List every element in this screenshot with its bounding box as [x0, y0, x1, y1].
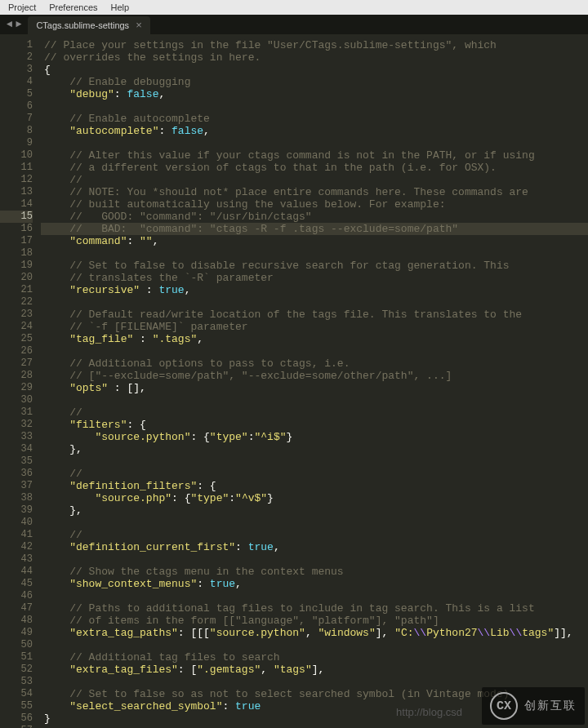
code-line[interactable]: "autocomplete": false, [41, 125, 588, 137]
line-number: 51 [0, 651, 33, 664]
code-line[interactable]: "extra_tag_files": [".gemtags", "tags"], [41, 664, 588, 676]
line-number: 23 [0, 309, 33, 321]
line-number: 44 [0, 566, 33, 578]
menu-preferences[interactable]: Preferences [42, 2, 104, 12]
menubar[interactable]: Project Preferences Help [0, 0, 588, 15]
line-number: 50 [0, 639, 33, 651]
line-number: 6 [0, 100, 33, 113]
line-number: 25 [0, 333, 33, 345]
code-line[interactable]: // [41, 468, 588, 480]
code-line[interactable]: // Paths to additional tag files to incl… [41, 602, 588, 615]
code-line[interactable]: // built automatically using the values … [41, 198, 588, 211]
nav-forward-icon[interactable]: ► [16, 19, 21, 30]
menu-help[interactable]: Help [105, 2, 136, 12]
tab-bar: CTags.sublime-settings × [28, 15, 149, 34]
line-number: 47 [0, 602, 33, 615]
line-number: 17 [0, 235, 33, 247]
code-line[interactable]: // [41, 529, 588, 541]
code-line[interactable]: // of items in the form [["language", "p… [41, 615, 588, 627]
line-number: 1 [0, 39, 33, 51]
code-line[interactable] [41, 345, 588, 357]
code-line[interactable]: // ["--exclude=some/path", "--exclude=so… [41, 370, 588, 382]
code-line[interactable] [41, 296, 588, 309]
editor[interactable]: 1234567891011121314151617181920212223242… [0, 34, 588, 728]
code-line[interactable]: "definition_filters": { [41, 480, 588, 492]
code-line[interactable]: // GOOD: "command": "/usr/bin/ctags" [41, 211, 588, 223]
code-line[interactable] [41, 639, 588, 651]
code-line[interactable]: // Place your settings in the file "User… [41, 39, 588, 51]
code-line[interactable] [41, 247, 588, 260]
line-number: 8 [0, 125, 33, 137]
code-line[interactable]: // Additional tag files to search [41, 651, 588, 664]
code-line[interactable]: // [41, 406, 588, 419]
line-number: 48 [0, 615, 33, 627]
code-line[interactable]: // overrides the settings in here. [41, 51, 588, 64]
line-number: 28 [0, 370, 33, 382]
line-number: 5 [0, 88, 33, 100]
line-number: 33 [0, 431, 33, 443]
code-line[interactable]: "definition_current_first": true, [41, 541, 588, 553]
code-line[interactable]: "command": "", [41, 235, 588, 247]
code-line[interactable] [41, 137, 588, 149]
code-line[interactable]: // NOTE: You *should not* place entire c… [41, 186, 588, 198]
code-line[interactable]: // Show the ctags menu in the context me… [41, 566, 588, 578]
line-number: 35 [0, 455, 33, 468]
code-line[interactable]: // Set to false to disable recursive sea… [41, 260, 588, 272]
code-line[interactable]: "tag_file" : ".tags", [41, 333, 588, 345]
code-line[interactable] [41, 100, 588, 113]
line-number: 29 [0, 382, 33, 394]
code-line[interactable]: // Additional options to pass to ctags, … [41, 357, 588, 370]
code-line[interactable]: "extra_tag_paths": [[["source.python", "… [41, 627, 588, 639]
code-line[interactable]: // translates the `-R` parameter [41, 272, 588, 284]
line-number: 16 [0, 223, 33, 235]
line-number: 24 [0, 321, 33, 333]
nav-back-icon[interactable]: ◄ [7, 19, 12, 30]
code-line[interactable]: // Enable debugging [41, 76, 588, 88]
code-line[interactable] [41, 455, 588, 468]
code-line[interactable]: // Enable autocomplete [41, 113, 588, 125]
line-number: 42 [0, 541, 33, 553]
close-icon[interactable]: × [136, 21, 142, 29]
code-line[interactable]: "filters": { [41, 419, 588, 431]
top-chrome: ◄ ► CTags.sublime-settings × [0, 15, 588, 34]
line-number: 14 [0, 198, 33, 211]
code-line[interactable]: }, [41, 504, 588, 517]
tab-ctags-settings[interactable]: CTags.sublime-settings × [28, 16, 149, 34]
menu-project[interactable]: Project [2, 2, 42, 12]
line-number: 7 [0, 113, 33, 125]
code-line[interactable]: "source.python": {"type":"^i$"} [41, 431, 588, 443]
code-line[interactable] [41, 553, 588, 566]
line-number: 54 [0, 688, 33, 700]
code-line[interactable] [41, 676, 588, 688]
code-line[interactable]: "source.php": {"type":"^v$"} [41, 492, 588, 504]
code-line[interactable]: // Alter this value if your ctags comman… [41, 149, 588, 162]
line-number: 22 [0, 296, 33, 309]
code-line[interactable]: }, [41, 443, 588, 455]
code-line[interactable] [41, 590, 588, 602]
line-number: 10 [0, 149, 33, 162]
line-number: 9 [0, 137, 33, 149]
code-line[interactable]: // `-f [FILENAME]` parameter [41, 321, 588, 333]
code-line[interactable] [41, 725, 588, 728]
code-line[interactable]: // a different version of ctags to that … [41, 162, 588, 174]
line-number: 11 [0, 162, 33, 174]
code-line[interactable]: // BAD: "command": "ctags -R -f .tags --… [41, 223, 588, 235]
line-number: 49 [0, 627, 33, 639]
code-line[interactable]: "debug": false, [41, 88, 588, 100]
line-number: 15 [0, 211, 33, 223]
gutter: 1234567891011121314151617181920212223242… [0, 34, 41, 728]
code-line[interactable]: "recursive" : true, [41, 284, 588, 296]
code-line[interactable]: // [41, 174, 588, 186]
watermark: http://blog.csd CX 创新互联 [482, 687, 585, 725]
line-number: 39 [0, 504, 33, 517]
code-line[interactable] [41, 517, 588, 529]
line-number: 26 [0, 345, 33, 357]
code-area[interactable]: // Place your settings in the file "User… [41, 34, 588, 728]
code-line[interactable]: // Default read/write location of the ta… [41, 309, 588, 321]
line-number: 13 [0, 186, 33, 198]
code-line[interactable] [41, 394, 588, 406]
line-number: 38 [0, 492, 33, 504]
code-line[interactable]: "opts" : [], [41, 382, 588, 394]
code-line[interactable]: { [41, 64, 588, 76]
code-line[interactable]: "show_context_menus": true, [41, 578, 588, 590]
